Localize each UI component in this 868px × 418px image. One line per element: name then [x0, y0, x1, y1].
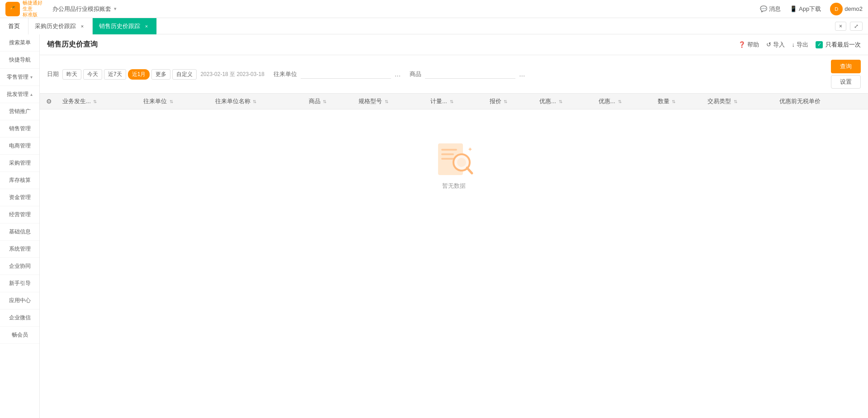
sort-icon[interactable]: ⇅: [450, 99, 453, 104]
table-header-row: ⚙ 业务发生... ⇅ 往来单位 ⇅ 往来单位名称 ⇅: [40, 94, 868, 109]
date-buttons: 昨天 今天 近7天 近1月 更多 自定义: [62, 69, 197, 80]
sidebar-item-search-menu[interactable]: 搜索菜单: [0, 34, 39, 52]
help-icon: ❓: [738, 41, 745, 48]
app-download-button[interactable]: 📱 App下载: [790, 5, 821, 13]
user-menu[interactable]: D demo2: [830, 3, 863, 15]
topbar: 🍊 畅捷通好生意 标准版 办公用品行业模拟账套 ▾ 💬 消息 📱 App下载 D…: [0, 0, 868, 18]
unit-filter-input[interactable]: [301, 70, 391, 79]
only-latest-checkbox[interactable]: [816, 41, 823, 48]
sidebar-item-retail[interactable]: 零售管理▾: [0, 69, 39, 86]
tabbar: 首页 采购历史价跟踪 × 销售历史价跟踪 × × ⤢: [0, 18, 868, 34]
sidebar-item-operations[interactable]: 经营管理: [0, 206, 39, 223]
logo-icon: 🍊: [5, 2, 20, 16]
th-settings: ⚙: [40, 94, 58, 109]
sort-icon[interactable]: ⇅: [170, 99, 173, 104]
sidebar-item-purchase[interactable]: 采购管理: [0, 155, 39, 172]
sort-icon[interactable]: ⇅: [93, 99, 97, 104]
th-discount2: 优惠... ⇅: [594, 94, 653, 109]
unit-filter-dots[interactable]: ...: [395, 70, 401, 78]
chevron-down-icon[interactable]: ▾: [114, 6, 117, 12]
app-title: 办公用品行业模拟账套 ▾: [45, 5, 760, 13]
sort-icon[interactable]: ⇅: [734, 99, 737, 104]
sidebar-item-system[interactable]: 系统管理: [0, 241, 39, 258]
import-button[interactable]: ↺ 导入: [766, 41, 785, 49]
only-latest-toggle[interactable]: 只看最后一次: [816, 41, 861, 49]
th-biz-date: 业务发生... ⇅: [58, 94, 139, 109]
tab-purchase-history-close[interactable]: ×: [79, 23, 86, 30]
th-unit: 计量... ⇅: [426, 94, 485, 109]
goods-filter-dots[interactable]: ...: [519, 70, 525, 78]
date-filter: 日期 昨天 今天 近7天 近1月 更多 自定义 2023-02-18 至 202…: [47, 69, 264, 80]
settings-button[interactable]: 设置: [831, 75, 861, 89]
logo-text: 畅捷通好生意 标准版: [23, 0, 45, 18]
tab-sales-history[interactable]: 销售历史价跟踪 ×: [93, 18, 157, 34]
svg-rect-1: [441, 149, 457, 151]
date-filter-label: 日期: [47, 70, 59, 78]
goods-filter: 商品 ...: [410, 70, 525, 79]
date-btn-more[interactable]: 更多: [151, 69, 170, 80]
help-button[interactable]: ❓ 帮助: [738, 41, 759, 49]
message-button[interactable]: 💬 消息: [760, 5, 781, 13]
sidebar-item-enterprise-collab[interactable]: 企业协同: [0, 258, 39, 275]
sidebar: 搜索菜单 快捷导航 零售管理▾ 批发管理▴ 营销推广 销售管理 电商管理 采购管…: [0, 34, 40, 418]
sort-icon[interactable]: ⇅: [385, 99, 388, 104]
date-btn-1month[interactable]: 近1月: [128, 69, 150, 80]
date-btn-7days[interactable]: 近7天: [104, 69, 126, 80]
tab-purchase-history[interactable]: 采购历史价跟踪 ×: [28, 18, 93, 34]
sort-icon[interactable]: ⇅: [323, 99, 326, 104]
sidebar-item-sales[interactable]: 销售管理: [0, 120, 39, 138]
sort-icon[interactable]: ⇅: [618, 99, 622, 104]
th-spec: 规格型号 ⇅: [354, 94, 426, 109]
page-title: 销售历史价查询: [47, 40, 98, 49]
th-goods: 商品 ⇅: [304, 94, 354, 109]
page-header-actions: ❓ 帮助 ↺ 导入 ↓ 导出 只看最后一次: [738, 41, 861, 49]
sidebar-item-enterprise-wechat[interactable]: 企业微信: [0, 309, 39, 327]
sidebar-item-quick-nav[interactable]: 快捷导航: [0, 52, 39, 69]
export-icon: ↓: [792, 41, 795, 48]
th-pretax-price: 优惠前无税单价: [775, 94, 868, 109]
sidebar-item-beginner-guide[interactable]: 新手引导: [0, 275, 39, 292]
svg-point-6: [457, 158, 466, 167]
main-layout: 搜索菜单 快捷导航 零售管理▾ 批发管理▴ 营销推广 销售管理 电商管理 采购管…: [0, 34, 868, 418]
chevron-up-icon: ▴: [30, 92, 33, 97]
import-icon: ↺: [766, 41, 771, 48]
empty-text: 暂无数据: [442, 182, 466, 190]
filter-actions: 查询 设置: [831, 60, 861, 89]
sidebar-item-marketing[interactable]: 营销推广: [0, 103, 39, 120]
sort-icon[interactable]: ⇅: [504, 99, 507, 104]
th-quote: 报价 ⇅: [485, 94, 535, 109]
th-trade-type: 交易类型 ⇅: [703, 94, 775, 109]
topbar-actions: 💬 消息 📱 App下载 D demo2: [760, 3, 863, 15]
sidebar-item-app-center[interactable]: 应用中心: [0, 292, 39, 309]
export-button[interactable]: ↓ 导出: [792, 41, 809, 49]
gear-icon[interactable]: ⚙: [46, 98, 52, 105]
date-btn-custom[interactable]: 自定义: [172, 69, 197, 80]
goods-filter-input[interactable]: [425, 70, 515, 79]
svg-rect-2: [441, 153, 454, 155]
unit-filter-label: 往来单位: [274, 70, 297, 78]
date-btn-today[interactable]: 今天: [83, 69, 102, 80]
page-header: 销售历史价查询 ❓ 帮助 ↺ 导入 ↓ 导出 只看最后一次: [40, 34, 868, 55]
sidebar-item-finance[interactable]: 资金管理: [0, 189, 39, 206]
tab-home[interactable]: 首页: [0, 18, 28, 34]
svg-line-5: [467, 168, 472, 173]
sort-icon[interactable]: ⇅: [253, 99, 256, 104]
goods-filter-label: 商品: [410, 70, 421, 78]
avatar: D: [830, 3, 843, 15]
date-btn-yesterday[interactable]: 昨天: [62, 69, 81, 80]
sort-icon[interactable]: ⇅: [559, 99, 562, 104]
tab-sales-history-close[interactable]: ×: [143, 23, 150, 30]
query-button[interactable]: 查询: [831, 60, 861, 73]
th-quantity: 数量 ⇅: [653, 94, 703, 109]
expand-button[interactable]: ⤢: [850, 22, 863, 31]
sidebar-item-membership[interactable]: 畅会员: [0, 327, 39, 344]
sidebar-item-basic-info[interactable]: 基础信息: [0, 223, 39, 241]
content-area: 销售历史价查询 ❓ 帮助 ↺ 导入 ↓ 导出 只看最后一次: [40, 34, 868, 418]
sidebar-item-wholesale[interactable]: 批发管理▴: [0, 86, 39, 103]
sidebar-item-inventory[interactable]: 库存核算: [0, 172, 39, 189]
sidebar-item-ecommerce[interactable]: 电商管理: [0, 138, 39, 155]
tabbar-end: × ⤢: [835, 22, 868, 31]
close-all-tabs-button[interactable]: ×: [835, 22, 846, 31]
sort-icon[interactable]: ⇅: [672, 99, 675, 104]
chevron-down-icon: ▾: [30, 75, 33, 80]
